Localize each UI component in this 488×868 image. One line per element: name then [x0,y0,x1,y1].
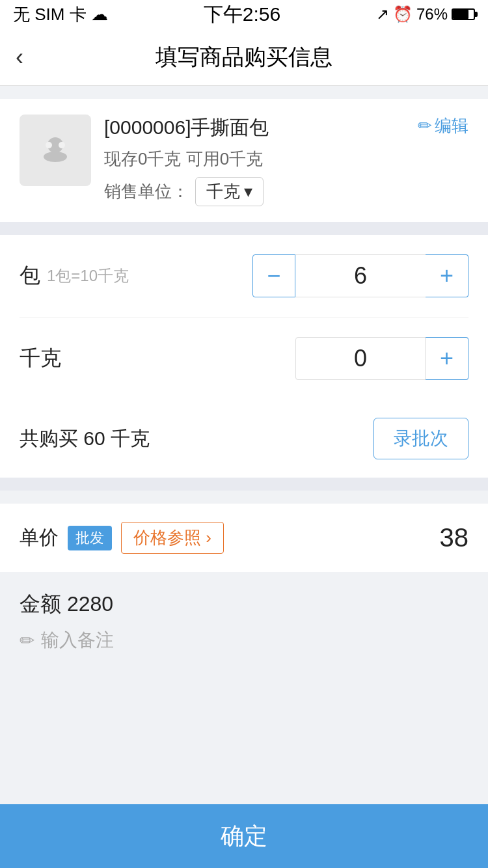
package-label: 包 1包=10千克 [20,262,129,290]
summary-text: 共购买 60 千克 [20,426,150,452]
sim-indicator: 无 SIM 卡 ☁ [13,3,108,26]
price-section: 单价 批发 价格参照 › 38 [0,504,488,572]
package-input[interactable] [295,254,426,297]
package-controls: − + [252,254,468,297]
kg-increment-button[interactable]: + [426,337,468,380]
back-button[interactable]: ‹ [16,44,23,71]
edit-button[interactable]: ✏ 编辑 [418,115,468,137]
price-left: 单价 批发 价格参照 › [20,522,224,554]
nav-bar: ‹ 填写商品购买信息 [0,29,488,86]
remark-pencil-icon: ✏ [20,630,34,651]
package-increment-button[interactable]: + [426,254,468,297]
product-card: [0000006]手撕面包 ✏ 编辑 现存0千克 可用0千克 销售单位： 千克 … [0,99,488,222]
remark-row[interactable]: ✏ 输入备注 [20,628,468,653]
edit-icon: ✏ [418,116,432,136]
section-separator-2 [0,478,488,491]
section-separator-1 [0,222,488,235]
record-batch-button[interactable]: 录批次 [373,418,468,459]
product-info: [0000006]手撕面包 ✏ 编辑 现存0千克 可用0千克 销售单位： 千克 … [104,115,468,206]
status-right: ↗ ⏰ 76% [376,5,475,23]
status-bar: 无 SIM 卡 ☁ 下午2:56 ↗ ⏰ 76% [0,0,488,29]
svg-point-3 [44,152,67,162]
battery-level: 76% [416,5,448,23]
product-unit: 销售单位： 千克 ▾ [104,177,468,206]
location-icon: ↗ [376,5,389,23]
unit-select[interactable]: 千克 ▾ [195,177,264,206]
package-decrement-button[interactable]: − [252,254,295,297]
svg-point-2 [59,142,65,148]
page-title: 填写商品购买信息 [156,42,332,72]
battery-icon [452,8,475,20]
product-image [20,115,91,186]
svg-point-1 [46,142,52,148]
product-name: [0000006]手撕面包 [104,115,269,141]
amount-label: 金额 [20,592,61,616]
confirm-button[interactable]: 确定 [0,804,488,868]
status-time: 下午2:56 [204,1,280,28]
kg-label: 千克 [20,344,61,373]
remark-placeholder: 输入备注 [41,628,114,653]
kg-input-row: 千克 + [20,318,468,400]
amount-section: 金额 2280 ✏ 输入备注 [0,572,488,659]
amount-number: 2280 [67,592,113,616]
product-logo-icon [36,131,75,170]
package-input-row: 包 1包=10千克 − + [20,235,468,318]
chevron-down-icon: ▾ [244,182,252,202]
price-reference-button[interactable]: 价格参照 › [121,522,224,554]
kg-input[interactable] [295,337,426,380]
summary-section: 共购买 60 千克 录批次 [0,400,488,478]
input-section: 包 1包=10千克 − + 千克 + [0,235,488,400]
price-tag: 批发 [68,526,112,550]
product-stock: 现存0千克 可用0千克 [104,148,468,170]
amount-row: 金额 2280 [20,590,468,619]
kg-controls: + [295,337,468,380]
price-value: 38 [440,523,469,552]
package-hint: 1包=10千克 [47,265,129,286]
alarm-icon: ⏰ [393,5,413,23]
price-label: 单价 [20,524,59,551]
status-left: 无 SIM 卡 ☁ [13,3,108,26]
